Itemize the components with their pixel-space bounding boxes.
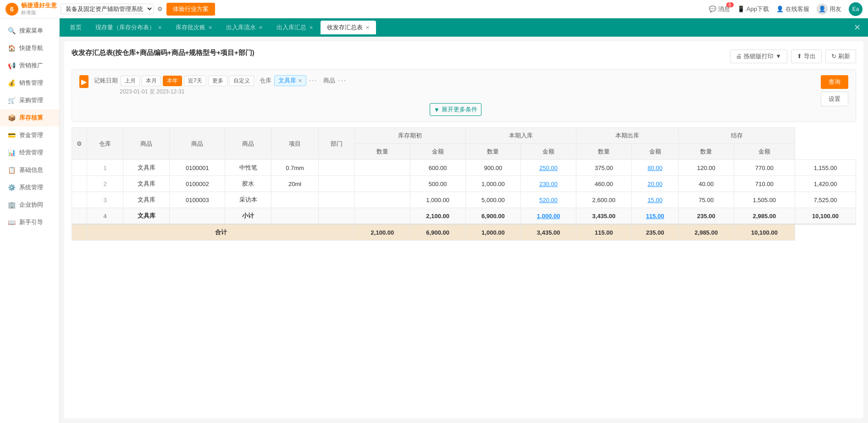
tab-receive-send-summary[interactable]: 收发存汇总表 ✕ xyxy=(321,21,376,34)
sidebar-item-enterprise[interactable]: 🏢 企业协同 xyxy=(0,196,59,214)
tab-close-receive-send-summary[interactable]: ✕ xyxy=(365,25,370,31)
row-in-qty-link[interactable]: 1,000.00 xyxy=(537,213,560,220)
date-btn-custom[interactable]: 自定义 xyxy=(229,76,254,86)
service-icon: 👤 xyxy=(776,5,784,12)
warehouse-tag-close[interactable]: ✕ xyxy=(298,78,302,84)
spec-col-header: 商品 xyxy=(225,128,271,160)
basic-icon: 📋 xyxy=(7,166,16,174)
refresh-button[interactable]: ↻ 刷新 xyxy=(825,49,856,63)
row-out-qty[interactable]: 15.00 xyxy=(631,192,678,208)
table-settings-icon[interactable]: ⚙ xyxy=(77,140,82,147)
sidebar-item-marketing[interactable]: 📢 营销推广 xyxy=(0,57,59,74)
date-btn-more[interactable]: 更多 xyxy=(208,76,227,86)
sidebar-item-system[interactable]: ⚙️ 系统管理 xyxy=(0,179,59,196)
tab-batch[interactable]: 库存批次账 ✕ xyxy=(169,21,219,34)
row-out-qty-link[interactable]: 15.00 xyxy=(647,197,663,203)
tab-close-batch[interactable]: ✕ xyxy=(208,25,212,31)
row-in-qty-link[interactable]: 520.00 xyxy=(539,197,558,203)
date-btn-this-year[interactable]: 本年 xyxy=(163,76,182,86)
row-in-qty[interactable]: 230.00 xyxy=(521,176,576,192)
query-button[interactable]: 查询 xyxy=(821,75,848,89)
sidebar-item-purchase[interactable]: 🛒 采购管理 xyxy=(0,92,59,109)
sidebar-item-inventory[interactable]: 📦 库存核算 xyxy=(0,109,59,126)
row-out-amt: 40.00 xyxy=(679,176,734,192)
system-selector[interactable]: 装备及固定资产辅助管理系统 xyxy=(61,4,154,14)
enterprise-icon: 🏢 xyxy=(7,201,16,209)
row-out-qty-link[interactable]: 115.00 xyxy=(646,213,664,220)
row-out-qty-link[interactable]: 20.00 xyxy=(647,181,663,187)
refresh-label: 刷新 xyxy=(838,52,850,60)
row-out-qty[interactable]: 115.00 xyxy=(631,208,678,225)
row-open-amt: 1,000.00 xyxy=(465,176,521,192)
user-item[interactable]: 👤 用友 xyxy=(817,4,841,15)
system-icon: ⚙️ xyxy=(7,183,16,192)
row-in-qty[interactable]: 520.00 xyxy=(521,192,576,208)
in-amt-header: 金额 xyxy=(521,144,576,160)
tab-inout-summary[interactable]: 出入库汇总 ✕ xyxy=(270,21,320,34)
row-in-qty[interactable]: 250.00 xyxy=(521,160,576,176)
footer-open-amt: 6,900.00 xyxy=(410,224,465,241)
code-col-header: 商品 xyxy=(123,128,170,160)
date-btn-7days[interactable]: 近7天 xyxy=(184,76,206,86)
row-bal-amt: 1,420.00 xyxy=(795,176,856,192)
sidebar-item-finance[interactable]: 💳 资金管理 xyxy=(0,126,59,144)
sidebar-item-business[interactable]: 📊 经营管理 xyxy=(0,144,59,161)
setting-button[interactable]: 设置 xyxy=(821,92,848,106)
row-out-qty-link[interactable]: 80.00 xyxy=(647,165,663,171)
service-item[interactable]: 👤 在线客服 xyxy=(776,5,809,13)
date-range-display: 2023-01-01 至 2023-12-31 xyxy=(118,88,817,96)
in-qty-header: 数量 xyxy=(465,144,521,160)
tab-home[interactable]: 首页 xyxy=(63,21,88,34)
bal-amt-header: 金额 xyxy=(734,144,795,160)
logo-text: 畅捷通好生意 xyxy=(21,2,57,9)
sidebar-item-sales[interactable]: 💰 销售管理 xyxy=(0,74,59,92)
date-btn-this-month[interactable]: 本月 xyxy=(142,76,161,86)
inventory-icon: 📦 xyxy=(7,114,16,122)
export-button[interactable]: ⬆ 导出 xyxy=(791,49,822,63)
row-in-qty-link[interactable]: 230.00 xyxy=(539,181,558,187)
sidebar-item-basic[interactable]: 📋 基础信息 xyxy=(0,161,59,179)
sidebar-item-guide[interactable]: 📖 新手引导 xyxy=(0,214,59,231)
row-out-qty[interactable]: 20.00 xyxy=(631,176,678,192)
balance-col-header: 结存 xyxy=(679,128,795,144)
row-dept xyxy=(355,192,410,208)
data-table: ⚙ 仓库 商品 商品 商品 项目 部门 库存期初 本期入库 本期出库 xyxy=(72,127,856,241)
date-filter-label: 记账日期 xyxy=(94,77,118,85)
row-num: 1 xyxy=(87,160,123,176)
row-dept xyxy=(355,208,410,225)
gear-icon[interactable]: ⚙ xyxy=(157,5,163,12)
user-icon: 👤 xyxy=(817,4,828,15)
content-area: 首页 现存量（库存分布表） ✕ 库存批次账 ✕ 出入库流水 ✕ 出入库汇总 ✕ … xyxy=(60,18,868,423)
row-in-qty-link[interactable]: 250.00 xyxy=(539,165,558,171)
sidebar-item-search[interactable]: 🔍 搜索菜单 xyxy=(0,22,59,39)
row-num: 2 xyxy=(87,176,123,192)
warehouse-tag: 文具库 ✕ xyxy=(274,75,306,86)
trial-button[interactable]: 体验行业方案 xyxy=(166,3,215,16)
row-out-qty[interactable]: 80.00 xyxy=(631,160,678,176)
print-icon: 🖨 xyxy=(736,53,742,60)
warehouse-ellipsis[interactable]: ··· xyxy=(309,77,318,85)
tab-close-inout-flow[interactable]: ✕ xyxy=(259,25,263,31)
expand-more-button[interactable]: ▼ 展开更多条件 xyxy=(430,103,481,116)
row-settings-cell xyxy=(72,176,87,192)
tab-inventory-dist[interactable]: 现存量（库存分布表） ✕ xyxy=(89,21,168,34)
sidebar-item-quick-nav[interactable]: 🏠 快捷导航 xyxy=(0,39,59,57)
sidebar-label-guide: 新手引导 xyxy=(19,218,43,226)
row-out-amt: 120.00 xyxy=(679,160,734,176)
tab-bar-close-icon[interactable]: ✕ xyxy=(850,22,864,33)
tab-close-inventory-dist[interactable]: ✕ xyxy=(158,25,162,31)
row-in-qty[interactable]: 1,000.00 xyxy=(521,208,576,225)
filter-toggle-arrow[interactable]: ▶ xyxy=(79,75,88,88)
row-out-amt: 235.00 xyxy=(679,208,734,225)
tab-inout-flow[interactable]: 出入库流水 ✕ xyxy=(220,21,269,34)
table-footer-row: 合计 2,100.00 6,900.00 1,000.00 3,435.00 1… xyxy=(72,224,856,241)
print-button[interactable]: 🖨 拣锁版打印 ▼ xyxy=(730,49,787,63)
app-download-item[interactable]: 📱 App下载 xyxy=(737,5,769,13)
tab-close-inout-summary[interactable]: ✕ xyxy=(309,25,313,31)
row-settings-cell xyxy=(72,160,87,176)
date-btn-last-month[interactable]: 上月 xyxy=(121,76,140,86)
home-icon: 🏠 xyxy=(7,44,16,52)
footer-out-amt: 235.00 xyxy=(631,224,678,241)
goods-ellipsis[interactable]: ··· xyxy=(338,77,347,85)
message-item[interactable]: 💬 消息 6 xyxy=(709,5,730,13)
